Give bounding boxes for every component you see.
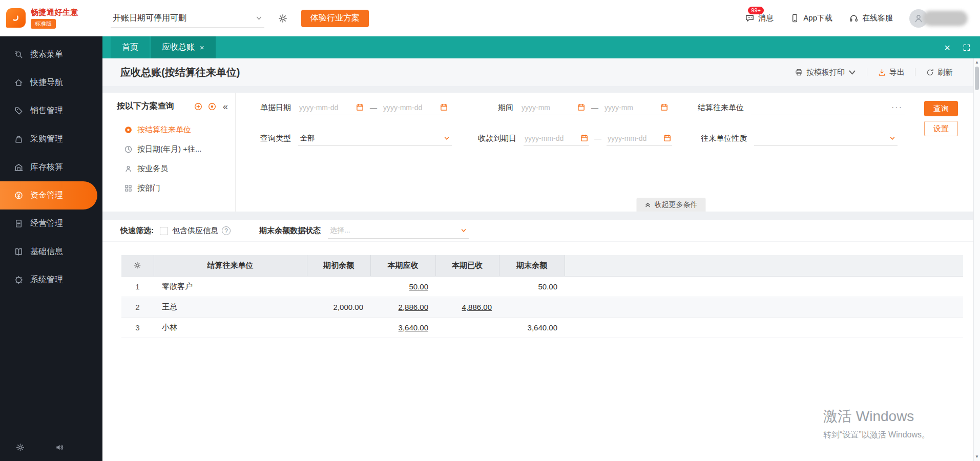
tab-home[interactable]: 首页 xyxy=(111,36,150,58)
sidebar-item-inventory[interactable]: 库存核算 xyxy=(0,153,102,181)
trial-industry-button[interactable]: 体验行业方案 xyxy=(301,10,369,27)
beginning-balance-cell xyxy=(307,317,370,338)
unit-nature-select[interactable] xyxy=(754,131,898,146)
sidebar-item-search-menu[interactable]: 搜索菜单 xyxy=(0,40,102,69)
column-header: 期初余额 xyxy=(307,255,370,276)
scroll-up-arrow[interactable]: ▲ xyxy=(974,60,980,65)
headset-icon xyxy=(849,13,859,23)
account-date-select[interactable]: 开账日期可停用可删 xyxy=(111,9,264,28)
ellipsis-picker-button[interactable]: ··· xyxy=(891,103,903,112)
calendar-icon[interactable] xyxy=(356,103,364,111)
sidebar-item-label: 资金管理 xyxy=(30,190,63,201)
app-download-label: App下载 xyxy=(803,13,832,23)
topbar: 开账日期可停用可删 体验行业方案 99+ 消息 App下载 xyxy=(102,0,980,36)
period-end-input[interactable] xyxy=(603,103,659,112)
due-date-end-input[interactable] xyxy=(607,134,662,142)
plan-item-by-date[interactable]: 按日期(年月) +往... xyxy=(124,139,228,159)
gear-icon[interactable] xyxy=(15,443,25,452)
customer-name-cell: 王总 xyxy=(154,297,307,317)
sidebar-item-sales[interactable]: 销售管理 xyxy=(0,97,102,125)
sidebar-item-quick-nav[interactable]: 快捷导航 xyxy=(0,69,102,97)
doc-date-start-input[interactable] xyxy=(298,103,355,112)
calendar-icon[interactable] xyxy=(580,134,588,142)
online-service-button[interactable]: 在线客服 xyxy=(849,13,893,23)
speaker-icon[interactable] xyxy=(55,443,65,452)
plan-item-by-staff[interactable]: 按业务员 xyxy=(124,159,228,178)
sidebar-item-label: 库存核算 xyxy=(30,162,63,173)
query-plan-actions: « xyxy=(194,102,228,111)
balance-status-select[interactable]: 选择... xyxy=(328,223,469,239)
chevron-down-icon xyxy=(461,227,467,234)
include-supplier-checkbox[interactable] xyxy=(160,227,168,235)
doc-date-end-input[interactable] xyxy=(382,103,439,112)
sidebar-item-funds[interactable]: 资金管理 xyxy=(0,181,97,209)
sidebar-item-label: 基础信息 xyxy=(30,246,63,257)
query-type-select[interactable]: 全部 xyxy=(298,131,452,146)
plan-item-by-department[interactable]: 按部门 xyxy=(124,178,228,198)
target-icon[interactable] xyxy=(207,102,217,111)
calendar-icon[interactable] xyxy=(663,134,671,142)
column-header: 期末余额 xyxy=(499,255,565,276)
table-row[interactable]: 1 零散客户 50.00 50.00 xyxy=(121,276,963,297)
ledger-table: 结算往来单位 期初余额 本期应收 本期已收 期末余额 1 零散 xyxy=(121,255,963,338)
search-button[interactable]: 查询 xyxy=(924,101,958,116)
scroll-down-arrow[interactable]: ▼ xyxy=(974,455,980,459)
settings-gear-button[interactable] xyxy=(278,13,288,24)
amount-link[interactable]: 4,886.00 xyxy=(462,303,492,311)
close-icon[interactable]: × xyxy=(944,43,950,53)
collapse-more-button[interactable]: 收起更多条件 xyxy=(637,198,706,212)
sidebar-item-operations[interactable]: 经营管理 xyxy=(0,209,102,238)
print-template-button[interactable]: 按模板打印 xyxy=(795,68,857,77)
calendar-icon[interactable] xyxy=(440,103,448,111)
refresh-button[interactable]: 刷新 xyxy=(926,68,953,77)
settlement-unit-field: ··· xyxy=(751,100,905,115)
export-button[interactable]: 导出 xyxy=(878,68,905,77)
amount-link[interactable]: 50.00 xyxy=(409,282,428,291)
calendar-icon[interactable] xyxy=(660,103,668,111)
close-icon[interactable]: × xyxy=(200,43,204,52)
row-number-cell: 2 xyxy=(121,297,154,317)
amount-link[interactable]: 2,886.00 xyxy=(399,303,428,311)
settlement-unit-input[interactable] xyxy=(753,103,891,112)
filter-form: 单据日期 — 期间 xyxy=(236,93,973,212)
page-title: 应收总账(按结算往来单位) xyxy=(120,66,240,79)
filler-cell xyxy=(565,297,963,317)
add-plan-icon[interactable] xyxy=(194,102,203,111)
vertical-scrollbar[interactable]: ▲ ▼ xyxy=(973,58,980,461)
user-area[interactable] xyxy=(909,9,968,28)
sidebar-item-base-info[interactable]: 基础信息 xyxy=(0,238,102,266)
brand-area[interactable]: 畅捷通好生意 标准版 xyxy=(0,0,102,36)
amount-link[interactable]: 3,640.00 xyxy=(399,323,428,332)
help-icon[interactable]: ? xyxy=(222,226,231,235)
sidebar-item-system[interactable]: 系统管理 xyxy=(0,266,102,294)
tab-receivable-ledger[interactable]: 应收总账 × xyxy=(151,36,216,58)
row-number-cell: 3 xyxy=(121,317,154,338)
fullscreen-icon[interactable] xyxy=(963,44,971,52)
department-icon xyxy=(124,184,133,193)
sidebar-item-label: 系统管理 xyxy=(30,275,63,285)
app-download-button[interactable]: App下载 xyxy=(790,13,832,23)
sidebar-item-label: 销售管理 xyxy=(30,106,63,116)
table-row[interactable]: 2 王总 2,000.00 2,886.00 4,886.00 xyxy=(121,297,963,317)
scrollbar-thumb[interactable] xyxy=(975,67,979,90)
period-start-input[interactable] xyxy=(520,103,576,112)
due-date-start-input[interactable] xyxy=(524,134,579,142)
collapse-panel-icon[interactable]: « xyxy=(223,102,228,111)
username-redacted xyxy=(923,11,968,26)
gear-icon[interactable] xyxy=(133,261,141,269)
settings-button[interactable]: 设置 xyxy=(924,121,958,136)
period-start-field xyxy=(520,100,586,115)
plan-item-by-unit[interactable]: 按结算往来单位 xyxy=(124,120,228,139)
refresh-icon xyxy=(926,68,934,77)
messages-button[interactable]: 99+ 消息 xyxy=(745,13,774,23)
tab-label: 首页 xyxy=(122,42,138,53)
report-icon xyxy=(14,219,24,228)
doc-date-end-field xyxy=(382,100,449,115)
tab-bar: 首页 应收总账 × × xyxy=(102,36,980,58)
chevron-down-icon xyxy=(889,135,895,141)
settlement-unit-label: 结算往来单位 xyxy=(669,103,751,113)
sidebar-item-purchase[interactable]: 采购管理 xyxy=(0,125,102,153)
calendar-icon[interactable] xyxy=(577,103,585,111)
chevron-down-icon xyxy=(444,135,450,141)
table-row[interactable]: 3 小林 3,640.00 3,640.00 xyxy=(121,317,963,338)
